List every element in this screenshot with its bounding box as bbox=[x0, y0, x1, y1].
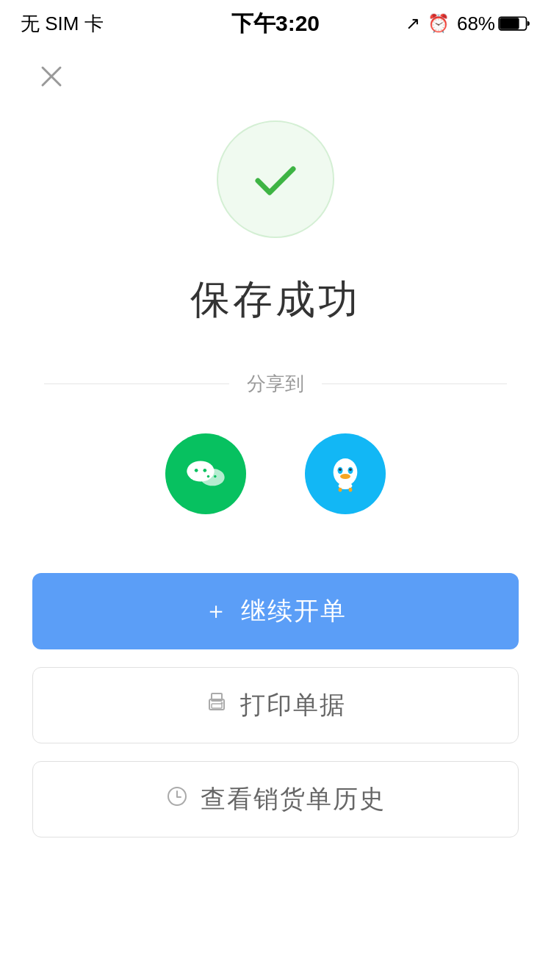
alarm-icon: ⏰ bbox=[428, 13, 450, 34]
svg-point-14 bbox=[349, 468, 352, 471]
battery-icon bbox=[498, 15, 530, 32]
history-label: 查看销货单历史 bbox=[201, 782, 386, 816]
plus-icon: ＋ bbox=[204, 595, 229, 627]
close-button[interactable] bbox=[32, 57, 71, 96]
svg-point-9 bbox=[214, 475, 217, 478]
qq-icon bbox=[320, 448, 371, 500]
wechat-icon bbox=[180, 448, 231, 500]
continue-button[interactable]: ＋ 继续开单 bbox=[32, 573, 519, 649]
status-right: ↗ ⏰ 68% bbox=[406, 12, 530, 35]
battery-indicator: 68% bbox=[457, 12, 530, 35]
svg-point-6 bbox=[195, 469, 198, 472]
svg-point-15 bbox=[340, 474, 350, 479]
share-row bbox=[165, 433, 386, 514]
status-bar: 无 SIM 卡 下午3:20 ↗ ⏰ 68% bbox=[0, 0, 551, 47]
share-divider: 分享到 bbox=[0, 371, 551, 397]
success-circle bbox=[217, 120, 334, 238]
svg-rect-1 bbox=[500, 18, 519, 29]
svg-point-13 bbox=[339, 468, 342, 471]
print-button[interactable]: 打印单据 bbox=[32, 667, 519, 743]
status-time: 下午3:20 bbox=[231, 9, 320, 39]
action-buttons: ＋ 继续开单 打印单据 查看销货单历史 bbox=[0, 573, 551, 837]
svg-rect-21 bbox=[212, 704, 222, 708]
wechat-share-button[interactable] bbox=[165, 433, 246, 514]
checkmark-icon bbox=[246, 150, 305, 209]
svg-rect-18 bbox=[349, 488, 353, 492]
qq-share-button[interactable] bbox=[305, 433, 386, 514]
divider-line-left bbox=[44, 383, 229, 384]
print-label: 打印单据 bbox=[240, 688, 346, 722]
print-icon bbox=[205, 691, 228, 720]
continue-label: 继续开单 bbox=[241, 594, 347, 628]
location-icon: ↗ bbox=[406, 13, 420, 34]
sim-label: 无 SIM 卡 bbox=[21, 11, 104, 37]
svg-rect-17 bbox=[339, 488, 342, 492]
svg-point-7 bbox=[204, 469, 207, 472]
svg-point-22 bbox=[221, 702, 223, 705]
success-title: 保存成功 bbox=[190, 273, 361, 327]
history-icon bbox=[165, 785, 189, 814]
main-content: 保存成功 分享到 bbox=[0, 47, 551, 837]
share-label: 分享到 bbox=[229, 371, 322, 397]
status-left: 无 SIM 卡 bbox=[21, 11, 111, 37]
svg-point-8 bbox=[207, 475, 210, 478]
svg-point-10 bbox=[334, 458, 358, 486]
history-button[interactable]: 查看销货单历史 bbox=[32, 761, 519, 837]
divider-line-right bbox=[322, 383, 507, 384]
